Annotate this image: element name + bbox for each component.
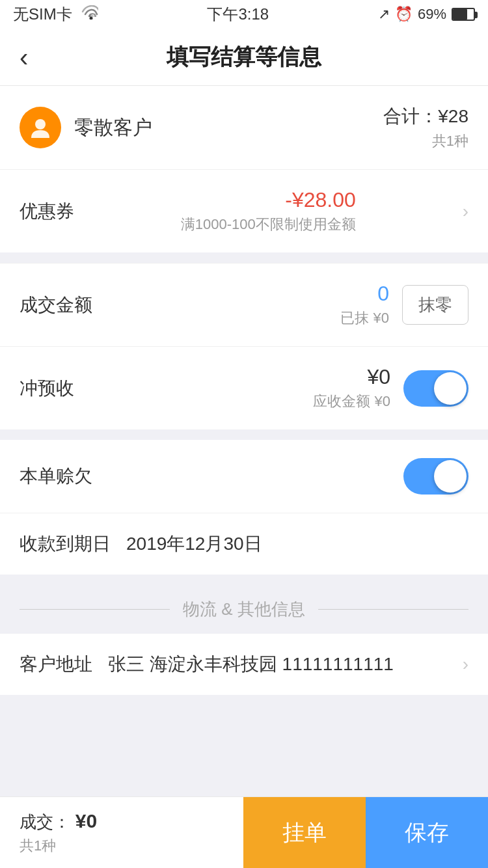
round-zero-button[interactable]: 抹零 <box>402 285 468 325</box>
battery-percentage: 69% <box>418 6 446 23</box>
svg-point-0 <box>89 17 92 20</box>
logistics-divider: 物流 & 其他信息 <box>0 585 488 634</box>
battery-icon <box>452 8 475 21</box>
debt-row: 本单赊欠 <box>0 440 488 513</box>
debt-toggle-knob <box>434 460 467 493</box>
address-card: 客户地址 张三 海淀永丰科技园 11111111111 › <box>0 634 488 695</box>
logistics-label: 物流 & 其他信息 <box>183 598 305 621</box>
address-chevron-icon: › <box>463 654 468 675</box>
deal-right: 0 已抹 ¥0 抹零 <box>340 282 468 328</box>
due-date-row: 收款到期日 2019年12月30日 <box>0 513 488 575</box>
prepay-row: 冲预收 ¥0 应收金额 ¥0 <box>0 346 488 429</box>
customer-total: 合计：¥28 共1种 <box>383 104 468 151</box>
pending-button-label: 挂单 <box>282 818 327 848</box>
avatar <box>20 107 61 148</box>
divider-line-right <box>318 609 468 610</box>
customer-card: 零散客户 合计：¥28 共1种 优惠券 -¥28.00 满1000-100不限制… <box>0 86 488 252</box>
bottom-deal-line: 成交： ¥0 <box>20 810 224 834</box>
bottom-info: 成交： ¥0 共1种 <box>0 797 243 868</box>
bottom-bar: 成交： ¥0 共1种 挂单 保存 <box>0 796 488 868</box>
status-bar: 无SIM卡 下午3:18 ↗ ⏰ 69% <box>0 0 488 29</box>
deal-amount-label: 成交金额 <box>20 293 92 318</box>
sim-status: 无SIM卡 <box>13 4 72 25</box>
pending-button[interactable]: 挂单 <box>243 797 366 868</box>
content: 零散客户 合计：¥28 共1种 优惠券 -¥28.00 满1000-100不限制… <box>0 86 488 783</box>
coupon-label: 优惠券 <box>20 199 74 224</box>
prepay-label: 冲预收 <box>20 376 74 401</box>
deal-value: 0 <box>340 282 389 306</box>
coupon-desc: 满1000-100不限制使用金额 <box>181 215 356 234</box>
wifi-icon <box>79 5 98 23</box>
prepay-value-wrap: ¥0 应收金额 ¥0 <box>313 365 390 411</box>
location-icon: ↗ <box>378 6 390 23</box>
back-button[interactable]: ‹ <box>20 44 28 70</box>
prepay-sub: 应收金额 ¥0 <box>313 392 390 411</box>
deal-sub: 已抹 ¥0 <box>340 308 389 328</box>
save-button[interactable]: 保存 <box>366 797 488 868</box>
coupon-row[interactable]: 优惠券 -¥28.00 满1000-100不限制使用金额 › <box>0 169 488 252</box>
customer-left: 零散客户 <box>20 107 152 148</box>
bottom-deal-label: 成交： <box>20 812 70 832</box>
bottom-count: 共1种 <box>20 836 224 856</box>
debt-card: 本单赊欠 收款到期日 2019年12月30日 <box>0 440 488 575</box>
status-time: 下午3:18 <box>207 4 269 25</box>
bottom-deal-value: ¥0 <box>75 810 97 832</box>
due-date-value: 2019年12月30日 <box>126 532 262 556</box>
address-value: 张三 海淀永丰科技园 11111111111 <box>108 652 394 677</box>
svg-point-1 <box>35 119 46 129</box>
customer-name: 零散客户 <box>74 115 152 141</box>
page-title: 填写结算等信息 <box>167 42 321 72</box>
total-amount: 合计：¥28 <box>383 104 468 129</box>
customer-row: 零散客户 合计：¥28 共1种 <box>0 86 488 169</box>
status-right: ↗ ⏰ 69% <box>378 6 475 23</box>
status-left: 无SIM卡 <box>13 4 98 25</box>
due-date-label: 收款到期日 <box>20 532 111 556</box>
chevron-right-icon: › <box>463 201 468 222</box>
debt-toggle[interactable] <box>403 458 468 495</box>
prepay-toggle[interactable] <box>403 370 468 407</box>
address-label: 客户地址 <box>20 652 92 677</box>
coupon-right: -¥28.00 满1000-100不限制使用金额 <box>181 188 356 234</box>
deal-amount-card: 成交金额 0 已抹 ¥0 抹零 冲预收 ¥0 应收金额 ¥0 <box>0 263 488 429</box>
address-left: 客户地址 张三 海淀永丰科技园 11111111111 <box>20 652 394 677</box>
save-button-label: 保存 <box>405 818 449 848</box>
debt-label: 本单赊欠 <box>20 464 92 489</box>
coupon-amount: -¥28.00 <box>181 188 356 212</box>
total-count: 共1种 <box>383 131 468 151</box>
address-row[interactable]: 客户地址 张三 海淀永丰科技园 11111111111 › <box>0 634 488 695</box>
toggle-knob <box>434 372 467 405</box>
nav-bar: ‹ 填写结算等信息 <box>0 29 488 86</box>
divider-line-left <box>20 609 170 610</box>
prepay-right: ¥0 应收金额 ¥0 <box>313 365 468 411</box>
deal-value-wrap: 0 已抹 ¥0 <box>340 282 389 328</box>
deal-amount-row: 成交金额 0 已抹 ¥0 抹零 <box>0 263 488 346</box>
prepay-value: ¥0 <box>313 365 390 389</box>
alarm-icon: ⏰ <box>395 6 413 23</box>
